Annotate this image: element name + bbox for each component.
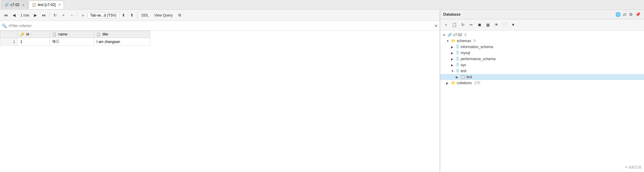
col-id-label: id [26,32,29,36]
sys-arrow[interactable]: ▶ [451,63,455,67]
db-filter-button[interactable]: ▼ [509,21,517,29]
db-table-button[interactable]: ▦ [484,21,492,29]
sys-icon: 🗄 [456,63,459,67]
tree-item-sys[interactable]: ▶ 🗄 sys [440,62,644,68]
test-schema-icon: 🗄 [456,69,459,73]
mysql-label: mysql [461,51,470,55]
divider-1 [49,12,50,18]
divider-2 [77,12,77,18]
pin-icon-button[interactable]: 📌 [635,11,641,17]
db-toolbar: + 📋 ↻ ✏ ⏹ ▦ 👁 📄 ▼ [440,19,644,31]
db-add-button[interactable]: + [442,21,450,29]
cell-id[interactable]: 1 [18,38,50,46]
name-col-icon: 📋 [52,32,56,36]
db-view-button[interactable]: 👁 [492,21,500,29]
tab-export-label[interactable]: Tab-se...d (TSV) [87,12,119,18]
id-col-icon: 🔑 [20,32,24,36]
test-schema-arrow[interactable]: ▼ [451,69,455,73]
tree-container[interactable]: ▼ 🔗 c7-02 5 ▼ 📁 schemas 5 ▶ 🗄 informatio… [440,31,644,172]
test-table-icon: 📋 [461,75,465,79]
db-edit-button[interactable]: ✏ [467,21,475,29]
tree-item-c7-02[interactable]: ▼ 🔗 c7-02 5 [440,32,644,38]
row-number-header [0,31,18,38]
db-copy-button[interactable]: 📋 [450,21,458,29]
schemas-icon: 📁 [451,39,456,43]
data-grid[interactable]: 🔑 id ↕ 📋 name ↕ [0,31,440,172]
schemas-arrow[interactable]: ▼ [446,39,450,43]
id-sort-arrow[interactable]: ↕ [30,33,32,36]
delete-row-button[interactable]: − [68,11,76,19]
c7-02-icon: 🔗 [447,33,452,37]
tab-c7-02[interactable]: 🔗 c7-02 ✕ [1,1,28,9]
left-panel: ⏮ ◀ 1 row ▶ ⏭ ↻ + − » Tab-se...d (TSV) ⬇… [0,10,440,172]
sys-label: sys [461,63,466,67]
gear-icon-button[interactable]: ⚙ [628,11,633,17]
tree-item-mysql[interactable]: ▶ 🗄 mysql [440,50,644,56]
col-header-id[interactable]: 🔑 id ↕ [18,31,50,38]
mysql-icon: 🗄 [456,51,459,55]
sync-icon-button[interactable]: ⇄ [622,11,627,17]
tab-export-text: Tab-se...d (TSV) [90,13,116,17]
perf-schema-label: performance_schema [461,57,495,61]
filter-input[interactable] [8,24,433,28]
tab-test-label: test [c7-02] [38,3,56,7]
prev-row-button[interactable]: ◀ [10,11,18,19]
collations-arrow[interactable]: ▶ [446,81,450,85]
grid-table: 🔑 id ↕ 📋 name ↕ [0,31,150,46]
first-row-button[interactable]: ⏮ [2,11,10,19]
tab-test[interactable]: 📋 test [c7-02] ✕ [29,1,64,9]
col-header-title[interactable]: 📋 title ↕ [94,31,150,38]
tab-c7-02-label: c7-02 [11,3,20,7]
tab-test-icon: 📋 [32,3,36,7]
c7-02-count: 5 [465,33,467,37]
test-table-label: test [466,75,472,79]
main-content: ⏮ ◀ 1 row ▶ ⏭ ↻ + − » Tab-se...d (TSV) ⬇… [0,10,644,172]
view-query-button[interactable]: View Query [152,13,175,18]
right-panel: Database 🌐 ⇄ ⚙ 📌 + 📋 ↻ ✏ ⏹ ▦ 👁 📄 ▼ [440,10,644,172]
db-refresh-button[interactable]: ↻ [459,21,467,29]
header-icons: 🌐 ⇄ ⚙ 📌 [615,11,641,17]
db-stop-button[interactable]: ⏹ [476,21,483,29]
perf-schema-arrow[interactable]: ▶ [451,57,455,61]
cell-name[interactable]: 张三 [50,38,94,46]
tab-bar: 🔗 c7-02 ✕ 📋 test [c7-02] ✕ [0,0,644,10]
ddl-button[interactable]: DDL [139,13,151,18]
tree-item-information-schema[interactable]: ▶ 🗄 information_schema [440,44,644,50]
upload-button[interactable]: ⬆ [128,11,136,19]
data-toolbar: ⏮ ◀ 1 row ▶ ⏭ ↻ + − » Tab-se...d (TSV) ⬇… [0,10,440,21]
filter-clear-button[interactable]: ✕ [434,23,438,28]
c7-02-label: c7-02 [453,33,462,37]
test-schema-label: test [461,69,466,73]
col-header-name[interactable]: 📋 name ↕ [50,31,94,38]
export-arrow-button[interactable]: » [79,11,87,19]
schemas-label: schemas [457,39,471,43]
next-row-button[interactable]: ▶ [32,11,39,19]
collations-count: 270 [474,81,480,85]
tree-item-performance-schema[interactable]: ▶ 🗄 performance_schema [440,56,644,62]
test-table-arrow[interactable]: ▶ [456,75,459,79]
tab-test-close[interactable]: ✕ [58,3,61,6]
settings-button[interactable]: ⚙ [176,11,184,19]
title-sort-arrow[interactable]: ↕ [109,33,111,36]
filter-icon: 🔍 [2,23,7,28]
table-row[interactable]: 1 1 张三 I am zhangsan [0,38,150,46]
info-schema-arrow[interactable]: ▶ [451,45,455,49]
download-button[interactable]: ⬇ [120,11,128,19]
refresh-button[interactable]: ↻ [51,11,59,19]
tree-item-collations[interactable]: ▶ 📁 collations 270 [440,80,644,86]
tree-item-schemas[interactable]: ▼ 📁 schemas 5 [440,38,644,44]
tab-c7-02-close[interactable]: ✕ [22,3,25,7]
add-row-button[interactable]: + [59,11,67,19]
row-number-cell: 1 [0,38,18,46]
c7-02-arrow[interactable]: ▼ [443,33,446,37]
db-query-button[interactable]: 📄 [501,21,509,29]
name-sort-arrow[interactable]: ↕ [68,33,70,36]
cell-title[interactable]: I am zhangsan [94,38,150,46]
globe-icon-button[interactable]: 🌐 [615,11,621,17]
info-schema-icon: 🗄 [456,45,459,49]
tree-item-test-table[interactable]: ▶ 📋 test [440,74,644,80]
mysql-arrow[interactable]: ▶ [451,51,455,55]
last-row-button[interactable]: ⏭ [40,11,48,19]
tree-item-test-schema[interactable]: ▼ 🗄 test [440,68,644,74]
perf-schema-icon: 🗄 [456,57,459,61]
